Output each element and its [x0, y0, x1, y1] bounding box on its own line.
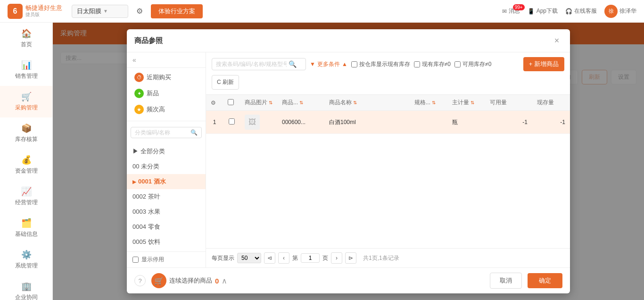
available-stock-checkbox[interactable]	[454, 61, 461, 67]
th-img-sort[interactable]: 商品图片 ⇅	[245, 99, 272, 107]
quick-filter-recent[interactable]: ⏱ 近期购买	[131, 70, 202, 85]
sidebar-item-system[interactable]: ⚙️ 系统管理	[0, 244, 52, 275]
current-stock-label: 现有库存≠0	[422, 60, 451, 68]
collapse-icon[interactable]: ∧	[222, 276, 227, 285]
page-total: 共1页,1条记录	[363, 254, 399, 262]
th-stock: 现存量	[532, 95, 570, 111]
category-item-00[interactable]: 00 未分类	[127, 159, 206, 174]
per-page-select[interactable]: 50 10 20 100	[237, 253, 261, 263]
store-name: 日太阳膜	[77, 7, 101, 16]
logo-icon: 6	[8, 4, 23, 19]
category-item-0005[interactable]: 0005 饮料	[127, 234, 206, 250]
all-categories-label: ▶ 全部分类	[132, 147, 165, 156]
first-page-button[interactable]: ⊲	[264, 252, 275, 264]
category-item-0003[interactable]: 0003 水果	[127, 204, 206, 219]
phone-icon: 📱	[528, 8, 535, 15]
category-item-0004[interactable]: 0004 零食	[127, 219, 206, 234]
settings-icon[interactable]: ⚙	[132, 4, 147, 19]
sidebar-item-finance[interactable]: 💰 资金管理	[0, 149, 52, 181]
app-download-button[interactable]: 📱 App下载	[528, 7, 558, 15]
current-stock-checkbox[interactable]	[414, 61, 420, 67]
row-checkbox[interactable]	[229, 118, 235, 125]
show-disabled-label[interactable]: 显示停用	[132, 256, 200, 264]
th-code-sort[interactable]: 商品... ⇅	[282, 99, 320, 107]
modal-overlay: 商品参照 × « ⏱ 近期购买	[53, 23, 644, 300]
add-product-button[interactable]: + 新增商品	[523, 57, 564, 71]
gear-settings-icon[interactable]: ⚙	[211, 100, 216, 106]
recent-label: 近期购买	[147, 73, 171, 82]
more-conditions-button[interactable]: ▼ 更多条件 ▲	[310, 60, 347, 68]
sort-icon-code: ⇅	[299, 100, 303, 105]
sidebar-item-inventory[interactable]: 📦 库存核算	[0, 117, 52, 149]
product-toolbar: 🔍 ▼ 更多条件 ▲ 按仓库显示现有库存	[206, 52, 570, 95]
product-table-wrapper: ⚙ 商品图片 ⇅	[206, 95, 570, 248]
th-name: 商品名称 ⇅	[324, 95, 410, 111]
category-all[interactable]: ▶ 全部分类	[127, 144, 206, 159]
th-spec-sort[interactable]: 规格... ⇅	[414, 99, 443, 107]
trial-button[interactable]: 体验行业方案	[151, 4, 203, 18]
row-spec	[410, 111, 447, 134]
th-spec: 规格... ⇅	[410, 95, 447, 111]
sidebar-item-purchase[interactable]: 🛒 采购管理	[0, 86, 52, 117]
username: 徐泽华	[619, 7, 636, 15]
search-icon[interactable]: 🔍	[289, 60, 297, 68]
cat-label-00: 00 未分类	[132, 162, 159, 171]
row-stock: -1	[532, 111, 570, 134]
next-page-button[interactable]: ›	[331, 252, 342, 264]
checkbox-warehouse-stock[interactable]: 按仓库显示现有库存	[351, 60, 410, 68]
pagination-bar: 每页显示 50 10 20 100 ⊲ ‹ 第 页	[206, 248, 570, 267]
help-icon[interactable]: ?	[134, 275, 146, 286]
quick-filter-freq[interactable]: ★ 频次高	[131, 102, 202, 117]
collapse-panel-button[interactable]: «	[132, 56, 136, 64]
user-area[interactable]: 徐 徐泽华	[604, 5, 636, 18]
product-search-input[interactable]	[216, 61, 287, 67]
sidebar-item-basic[interactable]: 🗂️ 基础信息	[0, 212, 52, 244]
row-name: 白酒100ml	[324, 111, 410, 134]
category-search-input[interactable]	[135, 129, 189, 136]
image-placeholder-icon: 🖼	[248, 118, 256, 126]
category-panel: « ⏱ 近期购买 ✦ 新品	[127, 52, 206, 267]
warehouse-stock-checkbox[interactable]	[351, 61, 357, 67]
cancel-button[interactable]: 取消	[490, 273, 522, 289]
sidebar-label-home: 首页	[21, 41, 32, 49]
product-table: ⚙ 商品图片 ⇅	[206, 95, 570, 134]
product-image: 🖼	[245, 115, 260, 130]
inventory-icon: 📦	[21, 123, 32, 133]
category-search-icon[interactable]: 🔍	[190, 129, 198, 136]
category-item-0002[interactable]: 0002 茶叶	[127, 189, 206, 204]
finance-icon: 💰	[21, 155, 32, 165]
store-selector[interactable]: 日太阳膜 ▼	[72, 5, 128, 18]
basic-icon: 🗂️	[21, 218, 32, 228]
message-button[interactable]: ✉ 消息 99+	[502, 7, 520, 15]
select-all-checkbox[interactable]	[228, 99, 234, 105]
table-row[interactable]: 1 🖼	[206, 111, 570, 134]
th-unit-sort[interactable]: 主计量 ⇅	[452, 99, 480, 107]
show-disabled-checkbox[interactable]	[132, 257, 139, 263]
cart-area: 🛒 连续选择的商品 0 ∧	[151, 273, 227, 288]
recent-icon: ⏱	[134, 73, 144, 82]
last-page-button[interactable]: ⊳	[345, 252, 356, 264]
sidebar-item-operations[interactable]: 📈 经营管理	[0, 181, 52, 212]
sidebar-item-sales[interactable]: 📊 销售管理	[0, 54, 52, 86]
th-num: ⚙	[206, 95, 223, 111]
page-number-input[interactable]	[301, 253, 320, 263]
prev-page-button[interactable]: ‹	[278, 252, 289, 264]
home-icon: 🏠	[21, 28, 32, 39]
freq-label: 频次高	[147, 105, 165, 114]
th-name-sort[interactable]: 商品名称 ⇅	[329, 99, 405, 107]
app-logo: 6 畅捷通好生意 捷员版	[8, 4, 62, 19]
system-icon: ⚙️	[21, 250, 32, 260]
sidebar-item-home[interactable]: 🏠 首页	[0, 23, 52, 54]
app-download-label: App下载	[537, 7, 558, 15]
modal-close-button[interactable]: ×	[551, 35, 562, 46]
quick-filter-new[interactable]: ✦ 新品	[131, 86, 202, 101]
checkbox-available-stock[interactable]: 可用库存≠0	[454, 60, 491, 68]
cart-icon-button[interactable]: 🛒	[151, 273, 166, 288]
category-item-0001[interactable]: ▶ 0001 酒水	[127, 174, 206, 189]
online-service-button[interactable]: 🎧 在线客服	[565, 7, 597, 15]
refresh-button[interactable]: C 刷新	[212, 75, 239, 90]
product-search-box: 🔍	[212, 58, 306, 70]
checkbox-current-stock[interactable]: 现有库存≠0	[414, 60, 451, 68]
sidebar-item-enterprise[interactable]: 🏢 企业协同	[0, 275, 52, 300]
confirm-button[interactable]: 确定	[528, 273, 562, 288]
